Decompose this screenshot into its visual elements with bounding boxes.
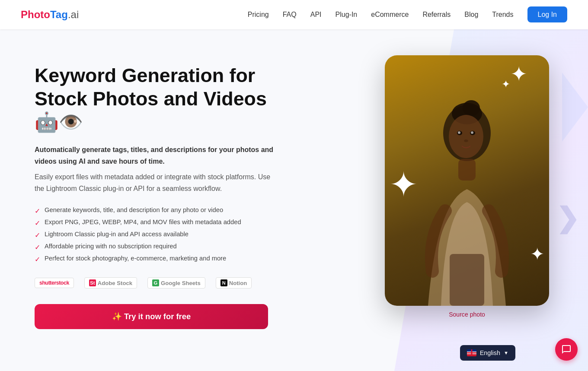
- source-photo-link[interactable]: Source photo: [449, 311, 485, 318]
- partner-google-sheets: G Google Sheets: [147, 277, 205, 289]
- nav-trends[interactable]: Trends: [492, 11, 513, 18]
- flag-icon: [467, 349, 476, 356]
- nav-api[interactable]: API: [310, 11, 322, 18]
- nav-pricing[interactable]: Pricing: [248, 11, 269, 18]
- svg-point-2: [463, 100, 480, 116]
- svg-point-8: [464, 140, 468, 142]
- gsheets-icon: G: [152, 279, 159, 286]
- hero-content: Keyword Generation for Stock Photos and …: [35, 55, 277, 329]
- hero-subtitle: Automatically generate tags, titles, and…: [35, 144, 277, 167]
- nav-blog[interactable]: Blog: [464, 11, 478, 18]
- nav-ecommerce[interactable]: eCommerce: [371, 11, 409, 18]
- svg-rect-10: [450, 254, 484, 306]
- check-icon: ✓: [35, 231, 40, 239]
- list-item: ✓ Generate keywords, title, and descript…: [35, 206, 277, 215]
- svg-point-6: [458, 131, 460, 134]
- hero-image-area: ✦ ✦ ✦ ✦ Source photo: [380, 55, 553, 318]
- partner-shutterstock: shutterstock: [35, 278, 74, 288]
- logo-photo: Photo: [21, 9, 50, 21]
- check-icon: ✓: [35, 255, 40, 263]
- feature-list: ✓ Generate keywords, title, and descript…: [35, 206, 277, 263]
- logo-tag: Tag: [50, 9, 68, 21]
- svg-point-7: [471, 131, 473, 134]
- nav-faq[interactable]: FAQ: [283, 11, 297, 18]
- nav-referrals[interactable]: Referrals: [422, 11, 451, 18]
- svg-rect-9: [458, 159, 476, 181]
- sparkle-icon-3: ✦: [389, 168, 418, 202]
- partner-notion: N Notion: [216, 277, 252, 289]
- hero-title: Keyword Generation for Stock Photos and …: [35, 64, 277, 133]
- list-item: ✓ Export PNG, JPEG, WEBP, MP4, and MOV f…: [35, 219, 277, 227]
- list-item: ✓ Affordable pricing with no subscriptio…: [35, 243, 277, 251]
- adobe-icon: St: [89, 279, 96, 286]
- notion-icon: N: [220, 279, 227, 286]
- hero-image-card: ✦ ✦ ✦ ✦: [385, 55, 549, 306]
- partner-adobe-stock: St Adobe Stock: [84, 277, 137, 289]
- navigation: PhotoTag.ai Pricing FAQ API Plug-In eCom…: [0, 0, 588, 29]
- hero-description: Easily export files with metadata added …: [35, 171, 277, 194]
- login-button[interactable]: Log In: [527, 6, 567, 22]
- deco-arrow: ❯: [556, 202, 579, 234]
- chevron-down-icon: ▼: [504, 350, 508, 355]
- list-item: ✓ Perfect for stock photography, e-comme…: [35, 255, 277, 263]
- chat-button[interactable]: [555, 338, 578, 361]
- language-label: English: [480, 349, 500, 356]
- check-icon: ✓: [35, 207, 40, 215]
- svg-point-3: [449, 115, 483, 158]
- sparkle-icon-1: ✦: [510, 64, 527, 85]
- hero-section: Keyword Generation for Stock Photos and …: [0, 29, 588, 346]
- deco-triangle: [562, 73, 588, 142]
- nav-plugin[interactable]: Plug-In: [336, 11, 358, 18]
- person-image: [402, 90, 532, 306]
- sparkle-icon-2: ✦: [502, 79, 510, 89]
- sparkle-icon-4: ✦: [530, 245, 545, 263]
- check-icon: ✓: [35, 243, 40, 251]
- language-switcher[interactable]: English ▼: [460, 345, 515, 361]
- chat-icon: [561, 344, 572, 355]
- list-item: ✓ Lightroom Classic plug-in and API acce…: [35, 231, 277, 239]
- logo-ai: .ai: [68, 9, 79, 21]
- logo[interactable]: PhotoTag.ai: [21, 9, 79, 21]
- check-icon: ✓: [35, 219, 40, 227]
- partner-logos: shutterstock St Adobe Stock G Google She…: [35, 277, 277, 289]
- cta-button[interactable]: ✨ Try it now for free: [35, 304, 268, 329]
- nav-links: Pricing FAQ API Plug-In eCommerce Referr…: [248, 11, 567, 19]
